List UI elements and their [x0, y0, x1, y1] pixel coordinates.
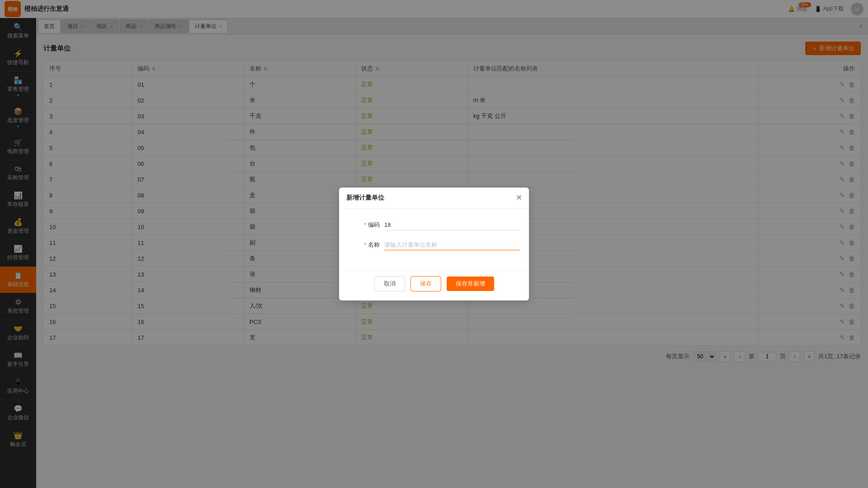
add-unit-modal: 新增计量单位 ✕ 编码 名称 取消 保存 保存并新增	[339, 188, 529, 300]
code-label: 编码	[348, 221, 380, 229]
form-row-name: 名称	[348, 239, 520, 250]
modal-footer: 取消 保存 保存并新增	[339, 270, 529, 300]
code-input[interactable]	[384, 220, 520, 230]
form-row-code: 编码	[348, 220, 520, 230]
save-button[interactable]: 保存	[410, 276, 441, 291]
name-input[interactable]	[384, 239, 520, 250]
modal-body: 编码 名称	[339, 209, 529, 270]
cancel-button[interactable]: 取消	[374, 276, 405, 291]
save-and-new-button[interactable]: 保存并新增	[447, 277, 494, 291]
modal-title: 新增计量单位	[346, 194, 384, 202]
name-label: 名称	[348, 241, 380, 249]
modal-overlay: 新增计量单位 ✕ 编码 名称 取消 保存 保存并新增	[0, 0, 868, 488]
modal-close-button[interactable]: ✕	[516, 194, 522, 202]
modal-header: 新增计量单位 ✕	[339, 188, 529, 209]
